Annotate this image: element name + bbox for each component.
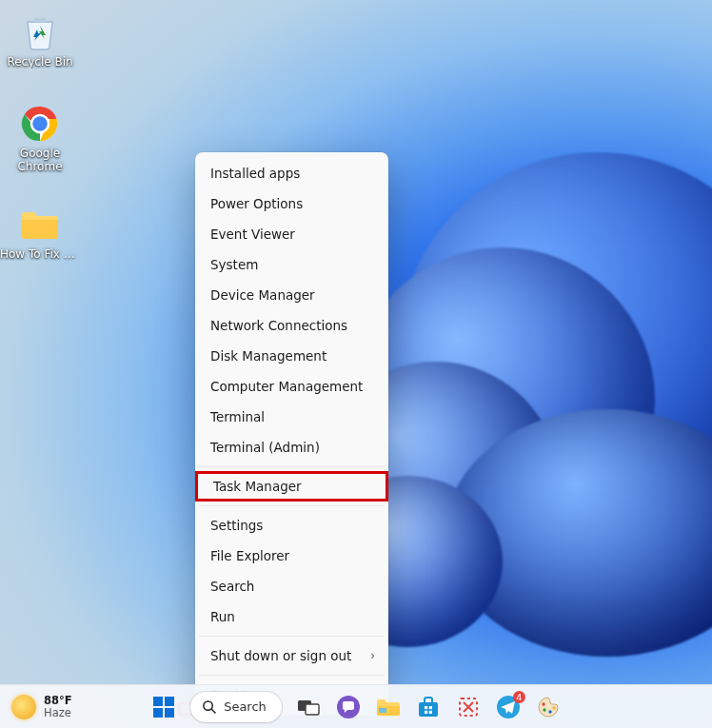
svg-rect-7: [165, 708, 174, 718]
chat-button[interactable]: [335, 694, 362, 720]
windows-logo-icon: [152, 696, 175, 718]
svg-rect-0: [33, 18, 47, 22]
context-menu-item-label: Shut down or sign out: [210, 648, 351, 663]
file-explorer-button[interactable]: [375, 694, 402, 720]
context-menu-item-label: Installed apps: [210, 166, 300, 181]
context-menu-item[interactable]: Run: [195, 601, 388, 632]
start-button[interactable]: [150, 694, 177, 720]
context-menu-item[interactable]: Power Options: [195, 188, 388, 219]
weather-temp: 88°F: [44, 695, 72, 707]
svg-point-23: [543, 708, 545, 711]
svg-rect-5: [165, 697, 174, 706]
winx-context-menu: Installed appsPower OptionsEvent ViewerS…: [195, 152, 388, 716]
task-view-icon: [297, 698, 320, 717]
chrome-icon: [19, 103, 61, 145]
task-view-button[interactable]: [295, 694, 322, 720]
svg-rect-17: [429, 706, 432, 709]
svg-rect-11: [306, 704, 319, 715]
svg-rect-6: [153, 708, 163, 718]
svg-rect-15: [419, 702, 438, 717]
context-menu-item-label: Network Connections: [210, 318, 347, 333]
desktop-icon-chrome[interactable]: Google Chrome: [0, 103, 80, 173]
search-label: Search: [224, 699, 267, 714]
desktop-icon-folder[interactable]: How To Fix Telegram N...: [0, 204, 80, 261]
weather-widget[interactable]: 88°F Haze: [11, 685, 72, 728]
telegram-button[interactable]: 4: [495, 694, 522, 720]
context-menu-item[interactable]: Search: [195, 571, 388, 601]
context-menu-item[interactable]: Task Manager: [195, 471, 388, 502]
context-menu-item-label: Disk Management: [210, 348, 326, 364]
context-menu-item-label: Device Manager: [210, 287, 315, 303]
context-menu-item[interactable]: Device Manager: [195, 280, 388, 310]
weather-condition: Haze: [44, 707, 72, 719]
svg-rect-4: [153, 697, 163, 706]
context-menu-item-label: Task Manager: [213, 479, 302, 494]
snip-icon: [457, 696, 480, 718]
store-icon: [417, 696, 440, 718]
menu-separator: [199, 505, 385, 506]
context-menu-item[interactable]: Terminal (Admin): [195, 432, 388, 462]
desktop-icon-label: Google Chrome: [0, 147, 80, 173]
svg-point-24: [548, 710, 551, 713]
svg-point-22: [542, 702, 544, 705]
svg-line-9: [211, 709, 215, 713]
chevron-right-icon: ›: [370, 649, 375, 662]
recycle-bin-icon: [19, 11, 61, 53]
taskbar: 88°F Haze Search: [0, 684, 712, 728]
context-menu-item-label: Terminal: [210, 409, 265, 424]
svg-point-25: [552, 706, 555, 709]
context-menu-item[interactable]: System: [195, 249, 388, 280]
menu-separator: [199, 675, 385, 676]
folder-icon: [19, 204, 61, 246]
desktop-icon-label: How To Fix Telegram N...: [0, 247, 80, 261]
svg-rect-16: [425, 706, 427, 709]
context-menu-item-label: Run: [210, 609, 235, 624]
context-menu-item-label: Event Viewer: [210, 226, 295, 242]
menu-separator: [199, 466, 385, 467]
context-menu-item-label: Power Options: [210, 196, 303, 211]
context-menu-item[interactable]: Shut down or sign out›: [195, 640, 388, 671]
context-menu-item-label: File Explorer: [210, 548, 289, 563]
svg-rect-14: [379, 708, 386, 713]
context-menu-item[interactable]: Disk Management: [195, 341, 388, 371]
taskbar-center: Search: [150, 692, 562, 722]
context-menu-item-label: Terminal (Admin): [210, 440, 320, 455]
context-menu-item[interactable]: Terminal: [195, 402, 388, 432]
menu-separator: [199, 636, 385, 637]
context-menu-item-label: Settings: [210, 518, 263, 533]
context-menu-item-label: Search: [210, 579, 254, 594]
desktop-icon-label: Recycle Bin: [0, 55, 80, 69]
paint-icon: [536, 695, 561, 719]
context-menu-item[interactable]: Event Viewer: [195, 219, 388, 249]
svg-rect-19: [429, 710, 432, 713]
search-button[interactable]: Search: [190, 692, 282, 722]
folder-icon: [376, 697, 401, 718]
context-menu-item[interactable]: Settings: [195, 510, 388, 541]
chat-icon: [336, 695, 361, 719]
desktop-icon-recycle-bin[interactable]: Recycle Bin: [0, 11, 80, 69]
context-menu-item[interactable]: Installed apps: [195, 158, 388, 188]
search-icon: [202, 699, 216, 714]
context-menu-item[interactable]: File Explorer: [195, 541, 388, 571]
svg-rect-18: [425, 710, 427, 713]
weather-icon: [11, 695, 36, 719]
notification-badge: 4: [513, 691, 525, 703]
context-menu-item-label: Computer Management: [210, 379, 363, 394]
context-menu-item-label: System: [210, 257, 258, 272]
context-menu-item[interactable]: Computer Management: [195, 371, 388, 402]
context-menu-item[interactable]: Network Connections: [195, 310, 388, 341]
snipping-tool-button[interactable]: [455, 694, 482, 720]
paint-button[interactable]: [535, 694, 562, 720]
microsoft-store-button[interactable]: [415, 694, 442, 720]
